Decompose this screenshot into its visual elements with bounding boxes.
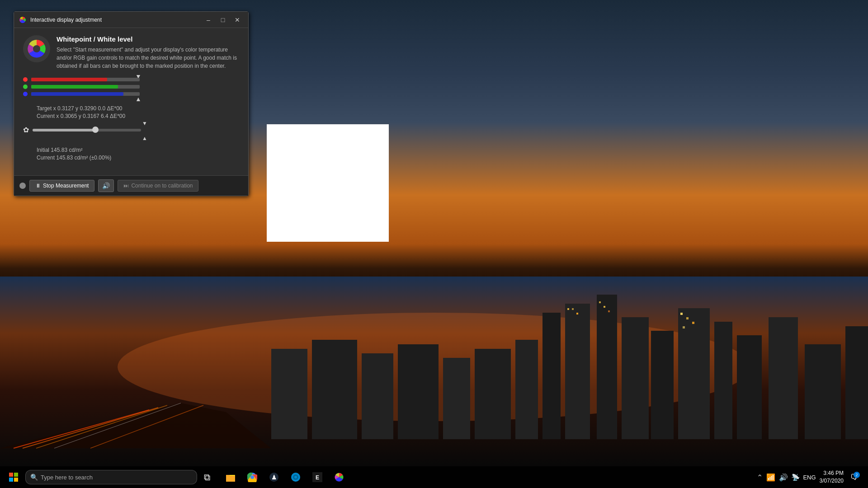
notification-button[interactable]: 🗨 2 [847, 470, 862, 484]
header-section: Whitepoint / White level Select "Start m… [23, 35, 239, 70]
taskbar-epic[interactable]: E [307, 467, 327, 487]
epic-games-icon: E [312, 472, 322, 482]
svg-rect-41 [14, 478, 18, 482]
coords-section: Target x 0.3127 y 0.3290 0.0 ΔE*00 Curre… [37, 105, 239, 119]
green-dot [23, 84, 28, 89]
brightness-slider-track[interactable] [33, 129, 141, 131]
svg-rect-44 [226, 475, 230, 476]
svg-text:♟: ♟ [271, 474, 277, 481]
title-bar-left: Interactive display adjustment [19, 16, 102, 24]
target-coords: Target x 0.3127 y 0.3290 0.0 ΔE*00 [37, 105, 239, 112]
no-network-icon[interactable]: 📡 [792, 474, 799, 481]
chevron-up-icon[interactable]: ⌃ [757, 473, 763, 482]
application-window: Interactive display adjustment – □ ✕ [14, 11, 249, 196]
app-icon [19, 16, 27, 24]
svg-rect-43 [226, 476, 235, 482]
svg-point-52 [294, 476, 297, 479]
red-bar-track [31, 78, 140, 81]
steam-icon: ♟ [269, 472, 279, 482]
taskbar: 🔍 Type here to search ⧉ [0, 466, 868, 488]
sound-icon: 🔊 [102, 182, 110, 189]
brightness-section: ▼ ✿ ▲ [23, 126, 239, 134]
green-bar-fill [31, 85, 118, 89]
svg-text:E: E [316, 474, 319, 481]
minimize-button[interactable]: – [202, 15, 215, 24]
window-title: Interactive display adjustment [30, 17, 102, 23]
title-bar-controls: – □ ✕ [202, 15, 244, 24]
close-button[interactable]: ✕ [231, 15, 244, 24]
file-explorer-icon [226, 472, 236, 482]
windows-logo [9, 472, 19, 482]
clock[interactable]: 3:46 PM 3/07/2020 [820, 469, 844, 485]
taskbar-steam[interactable]: ♟ [264, 467, 284, 487]
network-icon[interactable]: 📶 [766, 473, 775, 482]
taskbar-apps: ♟ E [221, 467, 349, 487]
task-view-button[interactable]: ⧉ [197, 467, 217, 487]
red-bar-row [23, 77, 239, 82]
search-icon: 🔍 [30, 474, 38, 481]
color-mgmt-icon [334, 472, 344, 482]
colorwheel-logo [25, 38, 48, 60]
iobit-icon [291, 472, 301, 482]
volume-icon[interactable]: 🔊 [779, 473, 788, 482]
green-bar-row [23, 84, 239, 89]
green-bar-track [31, 85, 140, 89]
app-logo [23, 35, 50, 62]
notification-badge: 2 [854, 472, 860, 478]
svg-rect-40 [9, 478, 13, 482]
bars-section: ▼ ▲ [23, 77, 239, 96]
taskbar-chrome[interactable] [242, 467, 262, 487]
time-display: 3:46 PM [820, 469, 844, 477]
stop-icon: ⏸ [35, 183, 41, 189]
blue-bar-row [23, 92, 239, 96]
brightness-row: ✿ [23, 126, 239, 134]
stop-label: Stop Measurement [43, 183, 89, 189]
luminance-section: Initial 145.83 cd/m² Current 145.83 cd/m… [37, 147, 239, 161]
brightness-slider-fill [33, 129, 98, 131]
continue-calibration-button[interactable]: ⏭ Continue on to calibration [118, 180, 198, 192]
blue-dot [23, 92, 28, 96]
date-display: 3/07/2020 [820, 477, 844, 485]
chrome-icon [247, 472, 257, 482]
sun-icon: ✿ [23, 126, 29, 134]
taskbar-browser[interactable] [286, 467, 306, 487]
svg-point-37 [33, 45, 40, 52]
taskbar-search[interactable]: 🔍 Type here to search [25, 470, 197, 484]
blue-bar-track [31, 92, 140, 96]
taskbar-color-app[interactable] [329, 467, 349, 487]
bottom-bar: ⏸ Stop Measurement 🔊 ⏭ Continue on to ca… [14, 175, 248, 196]
svg-point-47 [250, 475, 254, 479]
task-view-icon: ⧉ [204, 472, 210, 483]
sound-button[interactable]: 🔊 [98, 179, 114, 192]
continue-icon: ⏭ [123, 183, 129, 189]
title-bar: Interactive display adjustment – □ ✕ [14, 12, 248, 28]
blue-bar-fill [31, 92, 123, 96]
section-description: Select "Start measurement" and adjust yo… [57, 46, 239, 70]
calibration-patch [267, 124, 389, 242]
window-body: Whitepoint / White level Select "Start m… [14, 28, 248, 175]
language-indicator[interactable]: ENG [803, 474, 816, 481]
start-button[interactable] [2, 466, 25, 488]
brightness-marker-top: ▼ [142, 120, 147, 127]
section-title: Whitepoint / White level [57, 35, 239, 43]
svg-rect-38 [9, 473, 13, 477]
target-marker-bottom: ▲ [135, 95, 142, 103]
maximize-button[interactable]: □ [217, 15, 229, 24]
current-luminance: Current 145.83 cd/m² (±0.00%) [37, 155, 239, 161]
stop-measurement-button[interactable]: ⏸ Stop Measurement [29, 180, 94, 192]
initial-luminance: Initial 145.83 cd/m² [37, 147, 239, 153]
search-placeholder-text: Type here to search [41, 474, 93, 481]
red-bar-fill [31, 78, 107, 81]
header-text-block: Whitepoint / White level Select "Start m… [57, 35, 239, 70]
system-tray: ⌃ 📶 🔊 📡 ENG 3:46 PM 3/07/2020 🗨 2 [757, 469, 866, 485]
svg-rect-39 [14, 473, 18, 477]
continue-label: Continue on to calibration [131, 183, 193, 189]
brightness-marker-bottom: ▲ [142, 135, 147, 141]
taskbar-file-explorer[interactable] [221, 467, 241, 487]
current-coords: Current x 0.3065 y 0.3167 6.4 ΔE*00 [37, 113, 239, 119]
brightness-slider-thumb [92, 127, 99, 133]
status-indicator [19, 183, 26, 189]
red-dot [23, 77, 28, 82]
